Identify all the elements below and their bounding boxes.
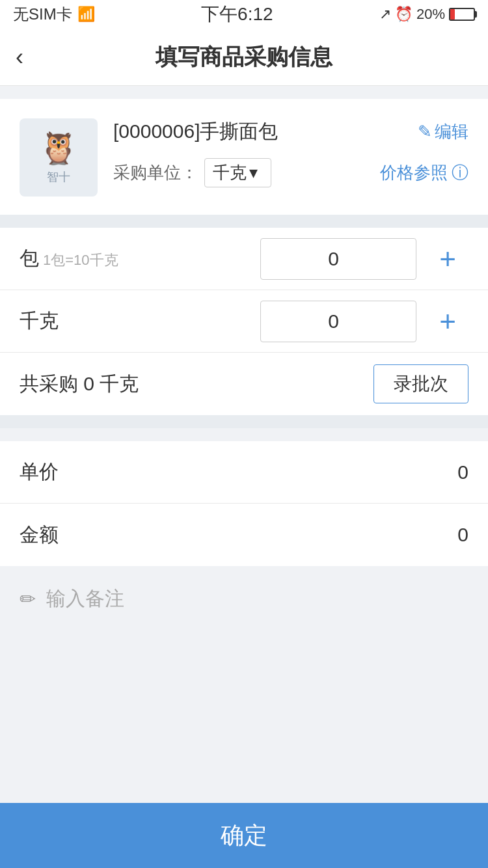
- edit-icon: ✎: [418, 122, 432, 142]
- status-right: ↗ ⏰ 20%: [379, 6, 475, 23]
- price-section: 单价 0 金额 0: [0, 441, 488, 566]
- input-label-bao: 包1包=10千克: [20, 245, 118, 272]
- unit-value: 千克: [213, 161, 247, 184]
- edit-button[interactable]: ✎ 编辑: [418, 120, 468, 143]
- price-reference-button[interactable]: 价格参照 ⓘ: [380, 161, 468, 184]
- battery-percent: 20%: [416, 6, 445, 23]
- batch-button[interactable]: 录批次: [373, 364, 468, 403]
- input-field-wrap-kg: +: [98, 301, 468, 342]
- bao-hint: 1包=10千克: [43, 252, 118, 268]
- nav-bar: ‹ 填写商品采购信息: [0, 29, 488, 86]
- product-full-name: [0000006]手撕面包: [113, 118, 278, 145]
- summary-text: 共采购 0 千克: [20, 371, 139, 398]
- product-thumb-icon: 🦉: [39, 130, 78, 167]
- input-label-kg: 千克: [20, 308, 98, 334]
- unit-price-label: 单价: [20, 459, 59, 485]
- product-thumbnail: 🦉 智十: [20, 118, 98, 197]
- price-row-amount: 金额 0: [0, 504, 488, 566]
- status-left: 无SIM卡 📶: [13, 4, 95, 25]
- input-row-kg: 千克 +: [0, 290, 488, 353]
- back-button[interactable]: ‹: [16, 44, 23, 71]
- amount-label: 金额: [20, 522, 59, 549]
- battery-icon: [449, 8, 475, 21]
- wifi-icon: 📶: [77, 6, 95, 23]
- confirm-button[interactable]: 确定: [0, 803, 488, 868]
- input-row-bao: 包1包=10千克 +: [0, 228, 488, 290]
- product-info: [0000006]手撕面包 ✎ 编辑 采购单位： 千克 ▾ 价格参照 ⓘ: [113, 118, 468, 187]
- unit-select[interactable]: 千克 ▾: [204, 158, 271, 187]
- remark-section[interactable]: ✏ 输入备注: [0, 566, 488, 632]
- summary-row: 共采购 0 千克 录批次: [0, 353, 488, 415]
- product-unit-row: 采购单位： 千克 ▾ 价格参照 ⓘ: [113, 158, 468, 187]
- dropdown-arrow-icon: ▾: [249, 163, 258, 183]
- carrier-label: 无SIM卡: [13, 4, 72, 25]
- price-row-unit: 单价 0: [0, 441, 488, 504]
- remark-placeholder: 输入备注: [46, 586, 124, 612]
- help-icon: ⓘ: [452, 161, 468, 184]
- input-section: 包1包=10千克 + 千克 +: [0, 228, 488, 353]
- kg-input[interactable]: [260, 301, 416, 342]
- input-field-wrap-bao: +: [118, 238, 468, 280]
- price-ref-label: 价格参照: [380, 161, 448, 184]
- bao-input[interactable]: [260, 238, 416, 280]
- status-bar: 无SIM卡 📶 下午6:12 ↗ ⏰ 20%: [0, 0, 488, 29]
- section-divider-1: [0, 215, 488, 228]
- unit-price-value: 0: [457, 461, 468, 483]
- product-name-row: [0000006]手撕面包 ✎ 编辑: [113, 118, 468, 145]
- status-time: 下午6:12: [201, 2, 273, 27]
- pencil-icon: ✏: [20, 588, 36, 610]
- edit-label: 编辑: [435, 120, 468, 143]
- amount-value: 0: [457, 524, 468, 546]
- kg-plus-button[interactable]: +: [427, 301, 468, 342]
- product-thumb-label: 智十: [47, 169, 70, 185]
- bottom-spacer: [0, 632, 488, 762]
- page-title: 填写商品采购信息: [156, 42, 332, 72]
- section-divider-2: [0, 415, 488, 428]
- bao-plus-button[interactable]: +: [427, 238, 468, 280]
- location-icon: ↗: [379, 6, 391, 23]
- alarm-icon: ⏰: [395, 6, 413, 23]
- product-card: 🦉 智十 [0000006]手撕面包 ✎ 编辑 采购单位： 千克 ▾ 价格参照 …: [0, 99, 488, 215]
- unit-text: 采购单位：: [113, 161, 198, 184]
- unit-label: 采购单位： 千克 ▾: [113, 158, 271, 187]
